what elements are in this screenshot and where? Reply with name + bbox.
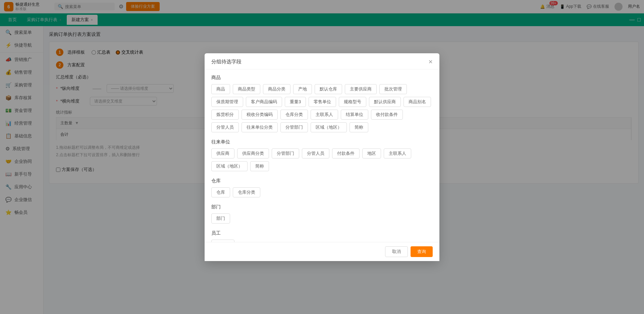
field-tag-area[interactable]: 地区 bbox=[362, 148, 381, 159]
field-tag-unit-category[interactable]: 往来单位分类 bbox=[241, 122, 278, 132]
field-tag-smelt-points[interactable]: 炼货积分 bbox=[211, 110, 239, 120]
field-tag-tax-code[interactable]: 税收分类编码 bbox=[241, 110, 278, 120]
field-tag-default-warehouse[interactable]: 默认仓库 bbox=[315, 84, 342, 94]
field-tag-weight3[interactable]: 重量3 bbox=[285, 97, 306, 107]
field-group-partner: 往来单位 供应商 供应商分类 分管部门 分管人员 付款条件 地区 主联系人 区域… bbox=[211, 139, 433, 171]
field-tag-warehouse-category[interactable]: 仓库分类 bbox=[280, 110, 308, 120]
field-tag-abbr[interactable]: 简称 bbox=[350, 122, 368, 132]
field-tag-main-contact[interactable]: 主联系人 bbox=[311, 110, 338, 120]
field-tag-retail-unit[interactable]: 零售单位 bbox=[309, 97, 336, 107]
field-tag-partner-supervisor[interactable]: 分管人员 bbox=[302, 148, 329, 159]
field-tag-dept[interactable]: 分管部门 bbox=[280, 122, 308, 132]
field-tag-wh[interactable]: 仓库 bbox=[211, 187, 230, 197]
field-tag-batch-manage[interactable]: 批次管理 bbox=[379, 84, 407, 94]
field-tag-main-supplier[interactable]: 主要供应商 bbox=[345, 84, 377, 94]
modal-overlay: 分组待选字段 ✕ 商品 商品 商品类型 商品分类 产地 默认仓库 主要供应商 批… bbox=[0, 0, 644, 314]
field-tag-region[interactable]: 区域（地区） bbox=[311, 122, 347, 132]
field-tag-supplier[interactable]: 供应商 bbox=[211, 148, 234, 159]
field-tag-product-category[interactable]: 商品分类 bbox=[263, 84, 290, 94]
product-field-tags: 商品 商品类型 商品分类 产地 默认仓库 主要供应商 批次管理 保质期管理 客户… bbox=[211, 84, 433, 132]
modal-footer: 取消 查询 bbox=[205, 242, 439, 261]
modal-header: 分组待选字段 ✕ bbox=[205, 53, 439, 69]
field-group-employee-title: 员工 bbox=[211, 230, 433, 236]
field-tag-product[interactable]: 商品 bbox=[211, 84, 230, 94]
field-tag-origin[interactable]: 产地 bbox=[293, 84, 312, 94]
cancel-button[interactable]: 取消 bbox=[385, 246, 408, 257]
field-group-partner-title: 往来单位 bbox=[211, 139, 433, 145]
field-tag-quality-manage[interactable]: 保质期管理 bbox=[211, 97, 243, 107]
field-group-warehouse-title: 仓库 bbox=[211, 178, 433, 184]
field-group-warehouse: 仓库 仓库 仓库分类 bbox=[211, 178, 433, 197]
field-group-product-title: 商品 bbox=[211, 75, 433, 81]
field-tag-partner-region[interactable]: 区域（地区） bbox=[211, 161, 248, 171]
partner-field-tags: 供应商 供应商分类 分管部门 分管人员 付款条件 地区 主联系人 区域（地区） … bbox=[211, 148, 433, 171]
field-tag-default-supplier[interactable]: 默认供应商 bbox=[369, 97, 401, 107]
dept-field-tags: 部门 bbox=[211, 213, 433, 224]
field-tag-spec-model[interactable]: 规格型号 bbox=[339, 97, 366, 107]
field-tag-dept-name[interactable]: 部门 bbox=[211, 213, 230, 224]
field-tag-settlement-unit[interactable]: 结算单位 bbox=[341, 110, 368, 120]
modal-body: 商品 商品 商品类型 商品分类 产地 默认仓库 主要供应商 批次管理 保质期管理… bbox=[205, 69, 439, 258]
modal-title: 分组待选字段 bbox=[211, 59, 241, 65]
field-tag-product-alias[interactable]: 商品别名 bbox=[404, 97, 431, 107]
field-group-dept-title: 部门 bbox=[211, 204, 433, 210]
warehouse-field-tags: 仓库 仓库分类 bbox=[211, 187, 433, 197]
field-group-product: 商品 商品 商品类型 商品分类 产地 默认仓库 主要供应商 批次管理 保质期管理… bbox=[211, 75, 433, 132]
field-tag-customer-code[interactable]: 客户商品编码 bbox=[246, 97, 282, 107]
field-tag-partner-dept[interactable]: 分管部门 bbox=[272, 148, 299, 159]
field-tag-supervisor[interactable]: 分管人员 bbox=[211, 122, 239, 132]
field-tag-wh-category[interactable]: 仓库分类 bbox=[233, 187, 260, 197]
field-tag-product-type[interactable]: 商品类型 bbox=[233, 84, 260, 94]
field-tag-payment-cond[interactable]: 付款条件 bbox=[332, 148, 360, 159]
field-tag-payment-terms[interactable]: 收付款条件 bbox=[371, 110, 403, 120]
field-tag-partner-abbr[interactable]: 简称 bbox=[250, 161, 269, 171]
field-tag-partner-main-contact[interactable]: 主联系人 bbox=[384, 148, 411, 159]
field-select-modal: 分组待选字段 ✕ 商品 商品 商品类型 商品分类 产地 默认仓库 主要供应商 批… bbox=[205, 53, 439, 261]
confirm-button[interactable]: 查询 bbox=[411, 246, 433, 257]
field-tag-supplier-category[interactable]: 供应商分类 bbox=[237, 148, 269, 159]
field-group-dept: 部门 部门 bbox=[211, 204, 433, 224]
modal-close-button[interactable]: ✕ bbox=[428, 59, 433, 65]
